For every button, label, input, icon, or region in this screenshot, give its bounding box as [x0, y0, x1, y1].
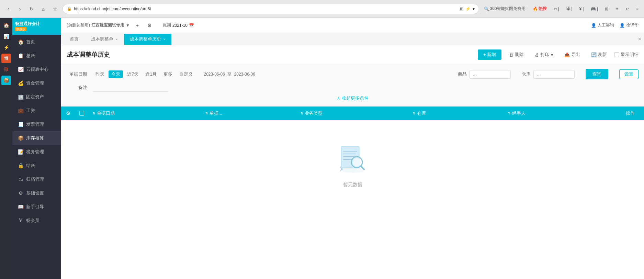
tab-cost-adjust[interactable]: 成本调整单 ×: [85, 34, 123, 45]
filter-area: 单据日期 昨天 今天 近7天 近1月 更多 自定义 2023-06-06 至 2…: [61, 64, 644, 107]
sort-type-icon: ⇅: [301, 112, 303, 115]
date-7days[interactable]: 近7天: [124, 70, 141, 78]
sidebar-item-member[interactable]: V 畅会员: [12, 214, 61, 227]
date-today[interactable]: 今天: [109, 70, 123, 78]
header-right: 👤 人工咨询 👤 徐译华: [591, 22, 639, 28]
ledger-icon: 📋: [18, 53, 23, 58]
left-icon-red[interactable]: 博: [1, 54, 11, 63]
game-tool[interactable]: 🎮 |: [589, 6, 600, 12]
menu-tool[interactable]: ≡: [634, 6, 641, 12]
salary-icon: 💼: [18, 108, 23, 113]
sidebar-item-tax[interactable]: 📝 税务管理: [12, 145, 61, 159]
sidebar-label-member: 畅会员: [26, 217, 39, 224]
sun-tool[interactable]: ☀: [613, 6, 621, 12]
setting-button[interactable]: 设置: [619, 69, 639, 79]
grid-tool[interactable]: ⊞: [603, 6, 610, 12]
left-icon-chart[interactable]: 📊: [1, 32, 11, 41]
back-button[interactable]: ‹: [3, 4, 13, 14]
sidebar-item-settings[interactable]: ⚙ 基础设置: [12, 186, 61, 200]
sidebar-item-ledger[interactable]: 📋 总账: [12, 49, 61, 63]
star-button[interactable]: ☆: [50, 4, 60, 14]
table-container: ⚙ ⇅ 单据日期 ⇅ 单据... ⇅ 业务类型: [61, 107, 644, 209]
sidebar-item-guide[interactable]: 📖 新手引导: [12, 200, 61, 214]
address-bar[interactable]: 🔒 https://cloud.chanjet.com/accounting/u…: [63, 4, 479, 14]
date-range-from: 2023-06-06 至 2023-06-06: [204, 71, 255, 77]
add-button[interactable]: + 新增: [478, 49, 501, 60]
notes-input[interactable]: [93, 83, 168, 92]
filter-row-notes: 备注: [67, 83, 639, 92]
consult-button[interactable]: 👤 人工咨询: [591, 22, 614, 28]
invoice-icon: 🧾: [18, 122, 23, 127]
translate-tool[interactable]: 译 |: [564, 5, 574, 12]
col-header-number[interactable]: ⇅ 单据...: [201, 108, 296, 119]
goods-select[interactable]: …: [470, 70, 511, 79]
filter-row-date: 单据日期 昨天 今天 近7天 近1月 更多 自定义 2023-06-06 至 2…: [67, 69, 639, 79]
tab-home-label: 首页: [70, 36, 79, 42]
table-settings-col[interactable]: ⚙: [61, 110, 75, 116]
coin-tool[interactable]: ¥ |: [577, 6, 586, 12]
refresh-button[interactable]: 🔄 刷新: [588, 50, 610, 59]
print-button[interactable]: 🖨 打印 ▾: [531, 50, 557, 59]
sidebar-item-inventory[interactable]: 📦 库存核算: [12, 131, 61, 145]
goods-dots: …: [473, 72, 477, 77]
col-header-operator[interactable]: ⇅ 经手人: [504, 108, 617, 119]
user-menu[interactable]: 👤 徐译华: [620, 22, 639, 28]
home-button[interactable]: ⌂: [38, 4, 48, 14]
left-icon-package[interactable]: 📦: [1, 76, 11, 85]
date-more[interactable]: 更多: [161, 70, 175, 78]
sidebar-label-ledger: 总账: [26, 53, 35, 59]
left-icon-weibo[interactable]: 微: [1, 65, 11, 74]
col-date-label: 单据日期: [97, 110, 115, 116]
forward-button[interactable]: ›: [15, 4, 25, 14]
export-button[interactable]: 📤 导出: [561, 50, 584, 59]
table-checkbox-col[interactable]: [75, 111, 89, 116]
sidebar-item-closing[interactable]: 🔒 结账: [12, 159, 61, 172]
sidebar-item-salary[interactable]: 💼 工资: [12, 104, 61, 118]
undo-tool[interactable]: ↩: [624, 6, 631, 12]
warehouse-filter-group: 仓库 …: [522, 70, 575, 79]
sidebar-item-home[interactable]: 🏠 首页: [12, 35, 61, 49]
search-tool[interactable]: 🔍 360智能抠图免费用: [482, 5, 528, 12]
tab-cost-adjust-close[interactable]: ×: [115, 37, 117, 41]
tab-cost-history[interactable]: 成本调整单历史 ×: [124, 34, 171, 45]
calendar-icon[interactable]: 📅: [189, 23, 194, 28]
sidebar-label-guide: 新手引导: [26, 204, 44, 210]
print-label: 打印: [541, 52, 550, 58]
tab-cost-history-close[interactable]: ×: [163, 37, 165, 41]
sidebar-item-fixed-assets[interactable]: 🏢 固定资产: [12, 90, 61, 104]
warehouse-label: 仓库: [522, 71, 531, 77]
tab-cost-history-label: 成本调整单历史: [130, 36, 161, 42]
hot-search[interactable]: 🔥 热搜: [531, 5, 549, 12]
left-icon-lightning[interactable]: ⚡: [1, 43, 11, 52]
delete-label: 删除: [515, 52, 524, 58]
sidebar-label-settings: 基础设置: [26, 190, 44, 196]
tab-close-all[interactable]: ×: [638, 36, 641, 42]
display-cols-check[interactable]: 显示明细: [614, 52, 639, 58]
tab-home[interactable]: 首页: [64, 34, 84, 45]
date-1month[interactable]: 近1月: [143, 70, 159, 78]
date-yesterday[interactable]: 昨天: [93, 70, 107, 78]
col-header-date[interactable]: ⇅ 单据日期: [89, 108, 201, 119]
sidebar-item-archive[interactable]: 🗂 归档管理: [12, 172, 61, 186]
date-custom[interactable]: 自定义: [177, 70, 195, 78]
delete-button[interactable]: 🗑 删除: [506, 50, 527, 59]
app-header: (勿删勿禁用) 江西服宝测试专用 ▼ + ⚙ 账期 2021-10 📅 👤 人工…: [61, 18, 644, 33]
warehouse-select[interactable]: …: [533, 70, 575, 79]
header-settings-button[interactable]: ⚙: [145, 21, 155, 30]
sidebar-item-funds[interactable]: 💰 资金管理: [12, 76, 61, 90]
collapse-button[interactable]: ∧ 收起更多条件: [337, 95, 369, 101]
sidebar-label-salary: 工资: [26, 108, 35, 114]
header-add-button[interactable]: +: [133, 21, 142, 30]
col-header-type[interactable]: ⇅ 业务类型: [296, 108, 409, 119]
company-dropdown-icon[interactable]: ▼: [126, 23, 130, 28]
table-select-all-checkbox[interactable]: [79, 111, 84, 116]
left-icon-home[interactable]: 🏠: [1, 21, 11, 30]
scissors-tool[interactable]: ✂ |: [552, 6, 561, 12]
main-content: (勿删勿禁用) 江西服宝测试专用 ▼ + ⚙ 账期 2021-10 📅 👤 人工…: [61, 18, 644, 279]
sidebar-item-reports[interactable]: 📈 云报表中心: [12, 63, 61, 76]
reload-button[interactable]: ↻: [27, 4, 36, 14]
query-button[interactable]: 查询: [586, 69, 608, 79]
col-header-warehouse[interactable]: ⇅ 仓库: [409, 108, 504, 119]
sidebar-item-invoice[interactable]: 🧾 发票管理: [12, 118, 61, 131]
collapse-label: 收起更多条件: [342, 95, 369, 101]
